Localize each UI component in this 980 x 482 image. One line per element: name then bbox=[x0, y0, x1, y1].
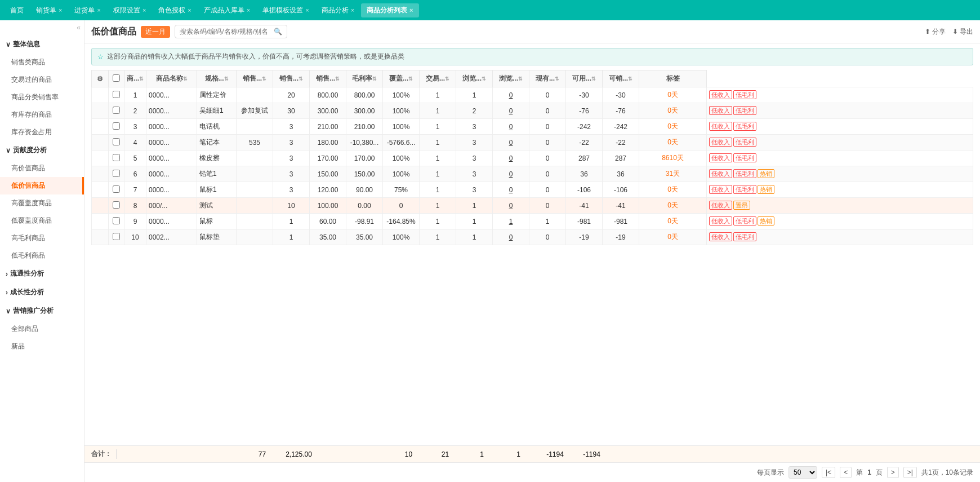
nav-home[interactable]: 首页 bbox=[5, 3, 29, 17]
th-sale-amt[interactable]: 销售...⇅ bbox=[273, 70, 310, 87]
row-tags: 低收入置昂 bbox=[707, 198, 973, 214]
table-row[interactable]: 10 0002... 鼠标垫 1 35.00 35.00 100% 1 1 0 … bbox=[92, 229, 973, 245]
table-row[interactable]: 2 0000... 吴细细1 参加复试 30 300.00 300.00 100… bbox=[92, 103, 973, 119]
table-row[interactable]: 1 0000... 属性定价 20 800.00 800.00 100% 1 1… bbox=[92, 87, 973, 103]
table-row[interactable]: 7 0000... 鼠标1 3 120.00 90.00 75% 1 3 0 0… bbox=[92, 182, 973, 198]
sidebar-item-low-value[interactable]: 低价值商品 bbox=[0, 177, 84, 194]
nav-sales[interactable]: 销货单 × bbox=[30, 3, 68, 17]
sidebar-item-traded-goods[interactable]: 交易过的商品 bbox=[0, 71, 84, 89]
share-button[interactable]: ⬆ 分享 bbox=[925, 27, 946, 37]
nav-close-purchase[interactable]: × bbox=[97, 7, 100, 14]
row-browse1[interactable]: 0 bbox=[493, 135, 529, 151]
sidebar-group-marketing[interactable]: ∨营销推广分析 bbox=[0, 302, 84, 320]
th-check[interactable] bbox=[109, 70, 124, 87]
row-browse1[interactable]: 0 bbox=[493, 119, 529, 135]
sidebar-item-new-goods[interactable]: 新品 bbox=[0, 338, 84, 355]
nav-close-analysis[interactable]: × bbox=[351, 7, 354, 14]
row-check[interactable] bbox=[109, 135, 124, 151]
th-name[interactable]: 商品名称⇅ bbox=[146, 70, 197, 87]
sidebar-item-low-coverage[interactable]: 低覆盖度商品 bbox=[0, 212, 84, 229]
row-browse2: 0 bbox=[529, 229, 566, 245]
nav-inbound[interactable]: 产成品入库单 × bbox=[198, 3, 256, 17]
search-input[interactable] bbox=[180, 28, 271, 36]
page-prev-btn[interactable]: < bbox=[840, 467, 852, 478]
sidebar-item-high-value[interactable]: 高价值商品 bbox=[0, 160, 84, 177]
sidebar-group-overall[interactable]: ∨整体信息 bbox=[0, 35, 84, 54]
sidebar-collapse-btn[interactable]: « bbox=[0, 20, 84, 35]
search-box[interactable]: 🔍 bbox=[175, 25, 287, 38]
row-check[interactable] bbox=[109, 229, 124, 245]
page-first-btn[interactable]: |< bbox=[822, 467, 835, 478]
sidebar-item-category-sales[interactable]: 商品分类销售率 bbox=[0, 89, 84, 106]
th-sale-qty[interactable]: 销售...⇅ bbox=[237, 70, 273, 87]
sidebar-item-all-goods[interactable]: 全部商品 bbox=[0, 320, 84, 338]
th-browse1[interactable]: 浏览...⇅ bbox=[456, 70, 493, 87]
th-coverage[interactable]: 覆盖...⇅ bbox=[383, 70, 420, 87]
sidebar-item-sales-goods[interactable]: 销售类商品 bbox=[0, 54, 84, 71]
nav-purchase[interactable]: 进货单 × bbox=[69, 3, 106, 17]
row-check[interactable] bbox=[109, 151, 124, 166]
select-all-checkbox[interactable] bbox=[113, 74, 120, 82]
sidebar-group-growth[interactable]: ›成长性分析 bbox=[0, 283, 84, 302]
nav-role[interactable]: 角色授权 × bbox=[153, 3, 197, 17]
table-row[interactable]: 5 0000... 橡皮擦 3 170.00 170.00 100% 1 3 0… bbox=[92, 151, 973, 166]
th-sale-price[interactable]: 销售...⇅ bbox=[310, 70, 346, 87]
sidebar-item-stock-funds[interactable]: 库存资金占用 bbox=[0, 123, 84, 141]
row-browse1[interactable]: 0 bbox=[493, 103, 529, 119]
row-num: 3 bbox=[124, 119, 146, 135]
sidebar-item-high-margin[interactable]: 高毛利商品 bbox=[0, 229, 84, 247]
row-browse1[interactable]: 0 bbox=[493, 166, 529, 182]
row-browse1[interactable]: 0 bbox=[493, 87, 529, 103]
th-browse2[interactable]: 浏览...⇅ bbox=[493, 70, 529, 87]
row-check[interactable] bbox=[109, 214, 124, 229]
row-check[interactable] bbox=[109, 103, 124, 119]
nav-close-role[interactable]: × bbox=[188, 7, 191, 14]
nav-close-analysis-list[interactable]: × bbox=[409, 7, 413, 14]
nav-close-sales[interactable]: × bbox=[59, 7, 62, 14]
row-check[interactable] bbox=[109, 198, 124, 214]
table-row[interactable]: 6 0000... 铅笔1 3 150.00 150.00 100% 1 3 0… bbox=[92, 166, 973, 182]
content-header: 低价值商品 近一月 🔍 ⬆ 分享 ⬇ 导出 bbox=[84, 20, 980, 43]
row-check[interactable] bbox=[109, 87, 124, 103]
page-size-select[interactable]: 50 100 200 bbox=[789, 466, 817, 479]
nav-analysis[interactable]: 商品分析 × bbox=[316, 3, 360, 17]
row-coverage: 1 bbox=[420, 198, 456, 214]
nav-analysis-list[interactable]: 商品分析列表 × bbox=[361, 3, 418, 17]
table-row[interactable]: 4 0000... 笔记本 535 3 180.00 -10,380... -5… bbox=[92, 135, 973, 151]
table-row[interactable]: 9 0000... 鼠标 1 60.00 -98.91 -164.85% 1 1… bbox=[92, 214, 973, 229]
th-margin[interactable]: 毛利率⇅ bbox=[346, 70, 383, 87]
export-button[interactable]: ⬇ 导出 bbox=[952, 27, 973, 37]
th-spec[interactable]: 规格...⇅ bbox=[197, 70, 237, 87]
row-browse1[interactable]: 1 bbox=[493, 214, 529, 229]
page-next-btn[interactable]: > bbox=[887, 467, 899, 478]
nav-close-template[interactable]: × bbox=[305, 7, 309, 14]
search-icon[interactable]: 🔍 bbox=[274, 28, 282, 36]
th-stock[interactable]: 现有...⇅ bbox=[529, 70, 566, 87]
row-browse1[interactable]: 0 bbox=[493, 182, 529, 198]
th-sellable[interactable]: 可销...⇅ bbox=[603, 70, 639, 87]
row-coverage: 1 bbox=[420, 135, 456, 151]
row-browse1[interactable]: 0 bbox=[493, 229, 529, 245]
th-avail[interactable]: 可用...⇅ bbox=[566, 70, 603, 87]
sidebar-item-high-coverage[interactable]: 高覆盖度商品 bbox=[0, 194, 84, 212]
sidebar-group-contribution[interactable]: ∨贡献度分析 bbox=[0, 141, 84, 160]
th-trade[interactable]: 交易...⇅ bbox=[420, 70, 456, 87]
sidebar-item-stock-goods[interactable]: 有库存的商品 bbox=[0, 106, 84, 123]
filter-recent-month[interactable]: 近一月 bbox=[141, 26, 170, 38]
nav-permission[interactable]: 权限设置 × bbox=[108, 3, 152, 17]
nav-close-permission[interactable]: × bbox=[142, 7, 146, 14]
nav-template[interactable]: 单据模板设置 × bbox=[257, 3, 314, 17]
table-row[interactable]: 3 0000... 电话机 3 210.00 210.00 100% 1 3 0… bbox=[92, 119, 973, 135]
row-check[interactable] bbox=[109, 166, 124, 182]
row-margin: 100% bbox=[383, 87, 420, 103]
table-row[interactable]: 8 000/... 测试 10 100.00 0.00 0 1 1 0 0 -4… bbox=[92, 198, 973, 214]
row-browse1[interactable]: 0 bbox=[493, 151, 529, 166]
row-check[interactable] bbox=[109, 182, 124, 198]
sidebar-item-low-margin[interactable]: 低毛利商品 bbox=[0, 247, 84, 264]
sidebar-group-flow[interactable]: ›流通性分析 bbox=[0, 264, 84, 283]
page-last-btn[interactable]: >| bbox=[903, 467, 917, 478]
nav-close-inbound[interactable]: × bbox=[247, 7, 250, 14]
row-check[interactable] bbox=[109, 119, 124, 135]
row-browse1[interactable]: 0 bbox=[493, 198, 529, 214]
th-settings[interactable]: ⚙ bbox=[92, 70, 109, 87]
